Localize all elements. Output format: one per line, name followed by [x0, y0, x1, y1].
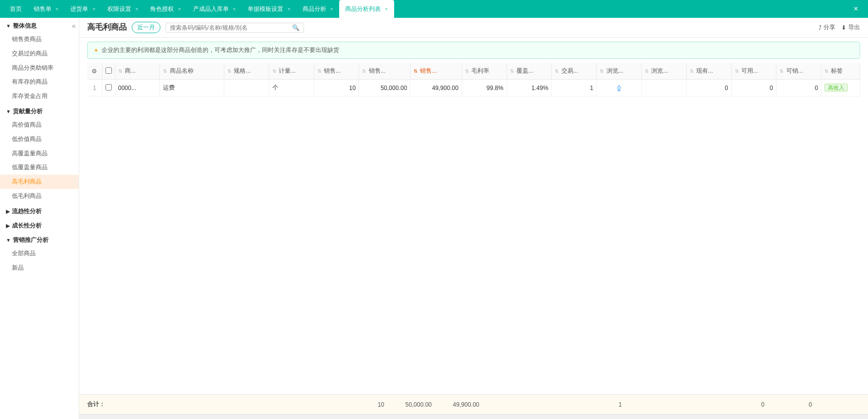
cell-tag: 高收入: [821, 80, 860, 96]
col-views2: ⇅ 浏览...: [641, 63, 686, 80]
export-button[interactable]: ⬇ 导出: [841, 23, 860, 32]
footer-total-label: 合计：: [87, 400, 105, 409]
sort-icon-stock2: ⇅: [735, 68, 739, 74]
sort-icon-trans: ⇅: [555, 68, 559, 74]
nav-product-analysis[interactable]: 商品分析 ×: [297, 0, 339, 18]
sort-icon-views2: ⇅: [645, 68, 649, 74]
col-checkbox[interactable]: [102, 63, 115, 80]
sidebar-item-sales-goods[interactable]: 销售类商品: [0, 32, 79, 47]
sidebar-item-traded-goods[interactable]: 交易过的商品: [0, 47, 79, 61]
cell-gross-rate: 99.8%: [461, 80, 507, 96]
sidebar-item-in-stock-goods[interactable]: 有库存的商品: [0, 75, 79, 89]
cell-transactions: 1: [552, 80, 597, 96]
col-unit: ⇅ 计量...: [269, 63, 314, 80]
sidebar-item-all-goods[interactable]: 全部商品: [0, 246, 79, 261]
sort-icon-sales2: ⇅: [362, 68, 366, 74]
sidebar-item-high-value[interactable]: 高价值商品: [0, 118, 79, 132]
footer-stock1: 0: [725, 401, 765, 408]
cell-views1[interactable]: 0: [597, 80, 642, 96]
close-sales-order[interactable]: ×: [55, 0, 58, 18]
col-sales3: ⇅ 销售...: [410, 63, 462, 80]
group-arrow-contribution: ▼: [6, 109, 11, 114]
table-container: ⚙ ⇅ 商... ⇅ 商品名称: [79, 63, 868, 394]
info-icon: ✦: [94, 47, 99, 54]
sort-icon-views1: ⇅: [600, 68, 604, 74]
col-sales2: ⇅ 销售...: [359, 63, 410, 80]
sidebar-collapse-button[interactable]: «: [72, 22, 76, 30]
main-layout: « ▼ 整体信息 销售类商品 交易过的商品 商品分类助销率 有库存的商品 库存资…: [0, 18, 868, 419]
sidebar-group-flow[interactable]: ▶ 流趋性分析: [0, 203, 79, 218]
info-banner: ✦ 企业的主要的利润都是这部分商品创造的，可考虑加大推广，同时关注库存是不要出现…: [87, 42, 860, 59]
cell-checkbox[interactable]: [102, 80, 115, 96]
sort-icon-sales3: ⇅: [413, 68, 417, 74]
sidebar-group-growth[interactable]: ▶ 成长性分析: [0, 218, 79, 232]
sidebar-group-marketing[interactable]: ▼ 营销推广分析: [0, 232, 79, 246]
top-navigation: 首页 销售单 × 进货单 × 权限设置 × 角色授权 × 产成品入库单 × 单据…: [0, 0, 868, 18]
close-product-analysis[interactable]: ×: [330, 0, 333, 18]
sort-icon-coverage: ⇅: [510, 68, 514, 74]
close-product-analysis-list[interactable]: ×: [385, 0, 388, 18]
tag-badge: 高收入: [824, 84, 848, 92]
group-arrow-overall: ▼: [6, 23, 11, 29]
sort-icon-unit: ⇅: [272, 68, 276, 74]
time-filter-button[interactable]: 近一月: [132, 22, 160, 33]
footer-transactions: 1: [582, 401, 622, 408]
col-gross-rate: ⇅ 毛利率: [461, 63, 507, 80]
search-input[interactable]: [170, 24, 290, 31]
settings-icon[interactable]: ⚙: [92, 68, 97, 75]
sidebar-group-contribution[interactable]: ▼ 贡献量分析: [0, 103, 79, 118]
sidebar-item-low-margin[interactable]: 低毛利商品: [0, 189, 79, 203]
cell-stock1: 0: [686, 80, 731, 96]
sort-icon-code: ⇅: [118, 68, 122, 74]
row-checkbox[interactable]: [105, 84, 112, 91]
nav-sales-order[interactable]: 销售单 ×: [28, 0, 64, 18]
select-all-checkbox[interactable]: [105, 67, 112, 74]
share-button[interactable]: ⤴ 分享: [818, 23, 835, 32]
cell-unit: 个: [269, 80, 314, 96]
cell-spec: [224, 80, 269, 96]
nav-permission-settings[interactable]: 权限设置 ×: [102, 0, 144, 18]
window-close-button[interactable]: ×: [848, 4, 864, 13]
sort-icon-tag: ⇅: [824, 68, 828, 74]
sidebar-group-overall[interactable]: ▼ 整体信息: [0, 18, 79, 32]
footer-sales3: 49,900.00: [440, 401, 479, 408]
nav-product-inbound[interactable]: 产成品入库单 ×: [187, 0, 242, 18]
nav-purchase-order[interactable]: 进货单 ×: [64, 0, 101, 18]
group-arrow-marketing: ▼: [6, 237, 11, 243]
sidebar-item-high-margin[interactable]: 高毛利商品: [0, 175, 79, 189]
col-settings[interactable]: ⚙: [87, 63, 102, 80]
col-spec: ⇅ 规格...: [224, 63, 269, 80]
close-role-auth[interactable]: ×: [178, 0, 181, 18]
nav-product-analysis-list[interactable]: 商品分析列表 ×: [339, 0, 394, 18]
cell-sales2: 50,000.00: [359, 80, 410, 96]
sidebar: « ▼ 整体信息 销售类商品 交易过的商品 商品分类助销率 有库存的商品 库存资…: [0, 18, 79, 419]
nav-role-auth[interactable]: 角色授权 ×: [144, 0, 187, 18]
group-arrow-growth: ▶: [6, 223, 10, 229]
col-code: ⇅ 商...: [115, 63, 160, 80]
sort-icon-spec: ⇅: [227, 68, 231, 74]
col-name: ⇅ 商品名称: [160, 63, 224, 80]
search-icon[interactable]: 🔍: [292, 24, 300, 31]
page-title: 高毛利商品: [87, 22, 127, 33]
sidebar-item-new-goods[interactable]: 新品: [0, 261, 79, 275]
views-link[interactable]: 0: [617, 85, 621, 92]
sidebar-item-stock-capital[interactable]: 库存资金占用: [0, 89, 79, 103]
sidebar-item-low-coverage[interactable]: 低覆盖量商品: [0, 160, 79, 175]
cell-code: 0000...: [115, 80, 160, 96]
col-transactions: ⇅ 交易...: [552, 63, 597, 80]
sidebar-item-low-value[interactable]: 低价值商品: [0, 132, 79, 146]
close-product-inbound[interactable]: ×: [233, 0, 236, 18]
nav-home[interactable]: 首页: [4, 0, 28, 18]
sidebar-item-category-rate[interactable]: 商品分类助销率: [0, 61, 79, 75]
sort-icon-sales1: ⇅: [317, 68, 321, 74]
sidebar-item-high-coverage[interactable]: 高覆盖量商品: [0, 146, 79, 161]
close-purchase-order[interactable]: ×: [92, 0, 95, 18]
nav-template-settings[interactable]: 单据模板设置 ×: [242, 0, 296, 18]
cell-sales1: 10: [314, 80, 359, 96]
cell-stock3: 0: [776, 80, 821, 96]
close-template-settings[interactable]: ×: [287, 0, 290, 18]
horizontal-scrollbar[interactable]: [79, 414, 868, 419]
close-permission-settings[interactable]: ×: [135, 0, 138, 18]
col-stock3: ⇅ 可销...: [776, 63, 821, 80]
footer-sales1: 10: [345, 401, 384, 408]
